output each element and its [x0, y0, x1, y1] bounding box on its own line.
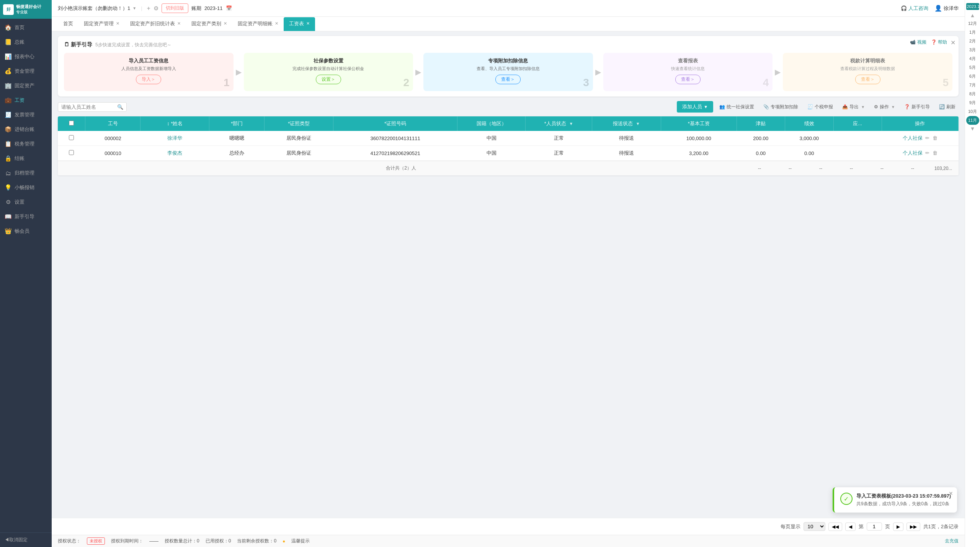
toolbar: 🔍 添加人员 ▼ 👥 统一社保设置 📎 专项附加扣除 🧾 个税申报	[58, 101, 959, 113]
video-link[interactable]: 📹 视频	[910, 39, 926, 46]
sidebar-item-settings[interactable]: ⚙设置	[0, 195, 52, 209]
tab-close-固定资产管理[interactable]: ✕	[116, 21, 119, 26]
last-page-button[interactable]: ▶▶	[906, 523, 920, 531]
sidebar-item-reports[interactable]: 📊报表中心	[0, 49, 52, 64]
checkbox-all[interactable]	[58, 116, 85, 131]
export-button[interactable]: 📤 导出 ▼	[839, 102, 868, 112]
tab-close-固定资产明细账[interactable]: ✕	[275, 21, 278, 26]
calendar-up-arrow[interactable]: ▲	[970, 11, 975, 19]
search-input[interactable]	[61, 104, 115, 110]
row-name[interactable]: 徐泽华	[140, 131, 209, 146]
sidebar-item-tax[interactable]: 📋税务管理	[0, 137, 52, 151]
tab-工资表[interactable]: 工资表✕	[284, 17, 315, 31]
calendar-month-4月[interactable]: 4月	[966, 54, 979, 63]
row-country: 中国	[457, 146, 526, 161]
sidebar-item-xiaochang[interactable]: 💡小畅报销	[0, 180, 52, 195]
page-size-select[interactable]: 102050100	[804, 522, 825, 531]
step-5-button[interactable]: 查看＞	[855, 75, 880, 84]
calendar-month-10月[interactable]: 10月	[966, 107, 979, 116]
cancel-fixed-button[interactable]: ◀取消固定	[0, 532, 52, 547]
operation-button[interactable]: ⚙ 操作 ▼	[871, 102, 898, 112]
refresh-button[interactable]: 🔄 刷新	[936, 102, 959, 112]
switch-old-version-button[interactable]: 切到旧版	[162, 3, 188, 13]
tab-close-固定资产类别[interactable]: ✕	[224, 21, 227, 26]
calendar-month-7月[interactable]: 7月	[966, 81, 979, 90]
tab-固定资产类别[interactable]: 固定资产类别✕	[186, 17, 232, 31]
logo-text: 畅捷通好会计 专业版	[16, 4, 41, 15]
row-name[interactable]: 李俊杰	[140, 146, 209, 161]
first-page-button[interactable]: ◀◀	[828, 523, 842, 531]
guide-button[interactable]: ❓ 新手引导	[901, 102, 933, 112]
guide-close-button[interactable]: ✕	[951, 39, 956, 46]
sidebar-item-expenses[interactable]: 🧾发票管理	[0, 108, 52, 122]
row-checkbox[interactable]	[58, 131, 85, 146]
reports-icon: 📊	[5, 53, 11, 60]
col-header-send-status[interactable]: 报送状态 ▼	[592, 116, 661, 131]
calendar-month-6月[interactable]: 6月	[966, 72, 979, 81]
calendar-month-5月[interactable]: 5月	[966, 63, 979, 72]
search-icon[interactable]: 🔍	[117, 104, 123, 110]
sidebar-item-funds[interactable]: 💰资金管理	[0, 64, 52, 78]
col-header-status[interactable]: *人员状态 ▼	[526, 116, 592, 131]
recharge-link[interactable]: 去充值	[945, 538, 959, 544]
sidebar-item-member[interactable]: 👑畅会员	[0, 224, 52, 238]
tab-close-工资表[interactable]: ✕	[306, 21, 310, 26]
tab-固定资产折旧统计表[interactable]: 固定资产折旧统计表✕	[125, 17, 186, 31]
export-icon: 📤	[842, 104, 848, 109]
period-selector[interactable]: 账期 2023-11 📅	[191, 5, 232, 12]
tab-close-固定资产折旧统计表[interactable]: ✕	[177, 21, 181, 26]
page-number-input[interactable]	[867, 523, 882, 531]
guide-step-3: 专项附加扣除信息 查看、导入员工专项附加扣除信息 查看＞ 3	[423, 53, 593, 91]
sidebar-item-archive[interactable]: 🗂归档管理	[0, 166, 52, 180]
row-actions: 个人社保 ✏ 🗑	[882, 146, 958, 161]
add-employee-button[interactable]: 添加人员 ▼	[677, 101, 713, 113]
deduction-button[interactable]: 📎 专项附加扣除	[760, 102, 801, 112]
calendar-month-11月[interactable]: 11月	[966, 116, 979, 125]
company-selector[interactable]: 刘小艳演示账套（勿删勿动！）1 ▼	[58, 5, 136, 12]
step-4-button[interactable]: 查看＞	[675, 75, 701, 84]
step-2-button[interactable]: 设置＞	[316, 75, 341, 84]
select-all-checkbox[interactable]	[69, 121, 74, 126]
calendar-year-btn[interactable]: 2023.11	[966, 3, 979, 10]
tab-固定资产明细账[interactable]: 固定资产明细账✕	[232, 17, 284, 31]
sidebar-item-close[interactable]: 🔒结账	[0, 151, 52, 166]
sidebar-item-guide[interactable]: 📖新手引导	[0, 209, 52, 224]
calendar-month-9月[interactable]: 9月	[966, 98, 979, 107]
step-1-button[interactable]: 导入＞	[136, 75, 161, 84]
step-3-button[interactable]: 查看＞	[495, 75, 521, 84]
step-1-desc: 人员信息及工资数据新增导入	[121, 66, 176, 72]
sidebar-item-inventory[interactable]: 📦进销台账	[0, 122, 52, 137]
help-link[interactable]: ❓ 帮助	[931, 39, 947, 46]
footer-dash: --	[744, 162, 775, 175]
social-security-button[interactable]: 👥 统一社保设置	[716, 102, 757, 112]
tax-declare-button[interactable]: 🧾 个税申报	[804, 102, 836, 112]
sidebar-item-fixed[interactable]: 🏢固定资产	[0, 78, 52, 93]
calendar-month-12月[interactable]: 12月	[966, 19, 979, 28]
row-checkbox[interactable]	[58, 146, 85, 161]
guide-icon: ❓	[904, 104, 910, 109]
user-menu[interactable]: 👤 徐泽华	[934, 5, 959, 12]
settings-icon[interactable]: ⚙	[154, 5, 158, 12]
step-3-desc: 查看、导入员工专项附加扣除信息	[477, 66, 540, 72]
inventory-icon: 📦	[5, 126, 11, 133]
col-header-name[interactable]: ↕ *姓名	[140, 116, 209, 131]
calendar-month-3月[interactable]: 3月	[966, 46, 979, 54]
sidebar-label-home: 首页	[15, 24, 24, 31]
service-button[interactable]: 🎧 人工咨询	[901, 5, 928, 12]
prev-page-button[interactable]: ◀	[845, 523, 856, 531]
calendar-down-arrow[interactable]: ▼	[970, 125, 975, 132]
tab-固定资产管理[interactable]: 固定资产管理✕	[78, 17, 125, 31]
sidebar-item-ledger[interactable]: 📒总账	[0, 35, 52, 49]
next-page-button[interactable]: ▶	[893, 523, 903, 531]
archive-icon: 🗂	[5, 170, 11, 176]
tab-首页[interactable]: 首页	[58, 17, 78, 31]
add-account-button[interactable]: +	[147, 5, 150, 12]
col-header-id-num: *证照号码	[333, 116, 457, 131]
calendar-month-1月[interactable]: 1月	[966, 28, 979, 37]
sidebar-label-tax: 税务管理	[15, 140, 34, 147]
calendar-month-2月[interactable]: 2月	[966, 37, 979, 46]
calendar-month-8月[interactable]: 8月	[966, 90, 979, 98]
toast-close-button[interactable]: ✕	[949, 490, 953, 496]
sidebar-item-home[interactable]: 🏠首页	[0, 20, 52, 35]
sidebar-item-payroll[interactable]: 💼工资	[0, 93, 52, 108]
